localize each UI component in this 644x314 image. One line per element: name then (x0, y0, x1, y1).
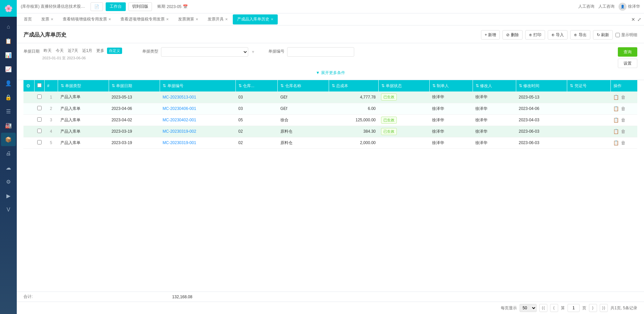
col-settings-btn[interactable]: ⚙ (26, 83, 31, 88)
shortcut-custom[interactable]: 自定义 (107, 48, 122, 54)
display-toggle: 显示明细 (615, 32, 637, 38)
sidebar-item-analytics[interactable]: 📈 (1, 62, 16, 76)
tab-open-close[interactable]: ✕ (225, 17, 228, 21)
row-number-link[interactable]: MC-20230406-001 (163, 106, 196, 111)
filter-number-input[interactable] (287, 47, 354, 57)
row-delete-icon[interactable]: 🗑 (621, 129, 626, 134)
row-checkbox[interactable] (37, 95, 42, 99)
col-type[interactable]: ⇅ 单据类型 (58, 80, 109, 91)
workbench-btn[interactable]: 工作台 (106, 2, 126, 11)
row-number-link[interactable]: MC-20230402-001 (163, 118, 196, 122)
next-page-btn[interactable]: ⟩ (589, 304, 597, 312)
delete-button[interactable]: ⊘ 删除 (502, 30, 522, 40)
new-button[interactable]: + 新增 (481, 30, 500, 40)
row-edit-icon[interactable]: 📋 (613, 106, 619, 111)
sidebar-item-warehouse[interactable]: 🏭 (1, 119, 16, 132)
col-creator[interactable]: ⇅ 制单人 (429, 80, 473, 91)
expand-icon[interactable]: ⤢ (637, 17, 641, 22)
col-warehouse-name[interactable]: ⇅ 仓库名称 (278, 80, 329, 91)
export-button[interactable]: ⊕ 导出 (570, 30, 590, 40)
tab-product-history[interactable]: 产成品入库单历史 ✕ (233, 14, 278, 24)
app-logo[interactable]: 🌸 (0, 0, 17, 17)
row-delete-icon[interactable]: 🗑 (621, 106, 626, 111)
row-modifier: 徐泽华 (473, 91, 516, 103)
support-link[interactable]: 人工咨询 (578, 4, 594, 9)
filter-number-label: 单据编号 (268, 47, 284, 54)
shortcut-more[interactable]: 更多 (95, 47, 106, 54)
tab-check-input[interactable]: 查看进项增值税专用发票 ✕ (116, 14, 173, 24)
sidebar-item-settings[interactable]: ⚙ (1, 175, 16, 188)
row-delete-icon[interactable]: 🗑 (621, 117, 626, 123)
row-edit-icon[interactable]: 📋 (613, 117, 619, 123)
close-all-icon[interactable]: ✕ (631, 17, 635, 22)
col-voucher[interactable]: ⇅ 凭证号 (567, 80, 610, 91)
filter-type-select[interactable] (161, 47, 248, 57)
shortcut-1month[interactable]: 近1月 (81, 47, 94, 54)
col-modifier[interactable]: ⇅ 修改人 (473, 80, 516, 91)
shortcut-yesterday[interactable]: 昨天 (42, 47, 53, 54)
doc-btn[interactable]: 📄 (91, 2, 103, 11)
tab-invoice-close[interactable]: ✕ (51, 17, 53, 21)
select-all-checkbox[interactable] (37, 83, 42, 87)
sidebar-item-list[interactable]: ☰ (1, 105, 16, 118)
row-creator: 徐泽华 (429, 103, 473, 114)
row-edit-icon[interactable]: 📋 (613, 129, 619, 134)
row-checkbox[interactable] (37, 140, 42, 144)
sidebar-item-lock[interactable]: 🔒 (1, 90, 16, 104)
prev-page-btn[interactable]: ⟨ (550, 304, 558, 312)
row-delete-icon[interactable]: 🗑 (621, 95, 626, 100)
tab-invoice[interactable]: 发票 ✕ (37, 14, 58, 24)
setting-button[interactable]: 设置 (618, 59, 637, 68)
tab-open[interactable]: 发票开具 ✕ (203, 14, 232, 24)
col-modify-time[interactable]: ⇅ 修改时间 (516, 80, 567, 91)
sidebar-item-doc[interactable]: 📋 (1, 34, 16, 48)
expand-more[interactable]: ▼ 展开更多条件 (23, 68, 637, 76)
sidebar-item-home[interactable]: ⌂ (1, 20, 16, 34)
display-detail-checkbox[interactable] (615, 33, 620, 37)
page-input[interactable] (568, 304, 580, 312)
row-number-link[interactable]: MC-20230319-001 (163, 140, 196, 145)
tab-check-output[interactable]: 查看销项增值税专用发票 ✕ (58, 14, 115, 24)
row-checkbox[interactable] (37, 106, 42, 110)
row-edit-icon[interactable]: 📋 (613, 140, 619, 145)
calendar-icon[interactable]: 📅 (183, 4, 188, 9)
tab-check-output-close[interactable]: ✕ (108, 17, 111, 21)
display-detail-label[interactable]: 显示明细 (621, 32, 637, 38)
switch-btn[interactable]: 切到旧版 (128, 2, 152, 11)
print-button[interactable]: ⊕ 打印 (525, 30, 545, 40)
import-button[interactable]: ⊕ 导入 (548, 30, 568, 40)
col-status[interactable]: ⇅ 单据状态 (378, 80, 429, 91)
per-page-select[interactable]: 50 100 (520, 304, 537, 312)
col-total-cost[interactable]: ⇅ 总成本 (329, 80, 378, 91)
row-checkbox[interactable] (37, 117, 42, 122)
sidebar-item-cloud[interactable]: ☁ (1, 161, 16, 174)
tab-calc-close[interactable]: ✕ (196, 17, 198, 21)
tab-check-input-close[interactable]: ✕ (166, 17, 169, 21)
col-date[interactable]: ⇅ 单据日期 (109, 80, 160, 91)
row-delete-icon[interactable]: 🗑 (621, 140, 626, 145)
sidebar-item-inventory[interactable]: 📦 (1, 133, 16, 146)
sidebar-item-chart[interactable]: 📊 (1, 48, 16, 62)
row-number-link[interactable]: MC-20230319-002 (163, 129, 196, 134)
tab-home[interactable]: 首页 (19, 14, 36, 24)
col-settings[interactable]: ⚙ (23, 80, 34, 91)
sidebar-item-user[interactable]: 👤 (1, 76, 16, 90)
support-text[interactable]: 人工咨询 (598, 4, 614, 9)
row-edit-icon[interactable]: 📋 (613, 95, 619, 100)
row-number-link[interactable]: MC-20230513-001 (163, 95, 196, 100)
shortcut-7days[interactable]: 近7天 (66, 47, 79, 54)
col-number[interactable]: ⇅ 单据编号 (160, 80, 236, 91)
last-page-btn[interactable]: ⟩⟩ (600, 304, 608, 312)
refresh-button[interactable]: ↻ 刷新 (593, 30, 613, 40)
sidebar-item-video[interactable]: ▶ (1, 189, 16, 202)
row-checkbox[interactable] (37, 129, 42, 133)
query-button[interactable]: 查询 (618, 47, 637, 57)
tab-calc[interactable]: 发票测算 ✕ (174, 14, 203, 24)
tab-product-history-close[interactable]: ✕ (271, 17, 273, 21)
shortcut-today[interactable]: 今天 (54, 47, 65, 54)
user-info[interactable]: 👤 徐泽华 (619, 3, 640, 11)
sidebar-item-stamp[interactable]: 🖨 (1, 147, 16, 160)
first-page-btn[interactable]: ⟨⟨ (539, 304, 547, 312)
sidebar-item-version[interactable]: V (1, 203, 16, 216)
col-warehouse-code[interactable]: ⇅ 仓库... (236, 80, 278, 91)
